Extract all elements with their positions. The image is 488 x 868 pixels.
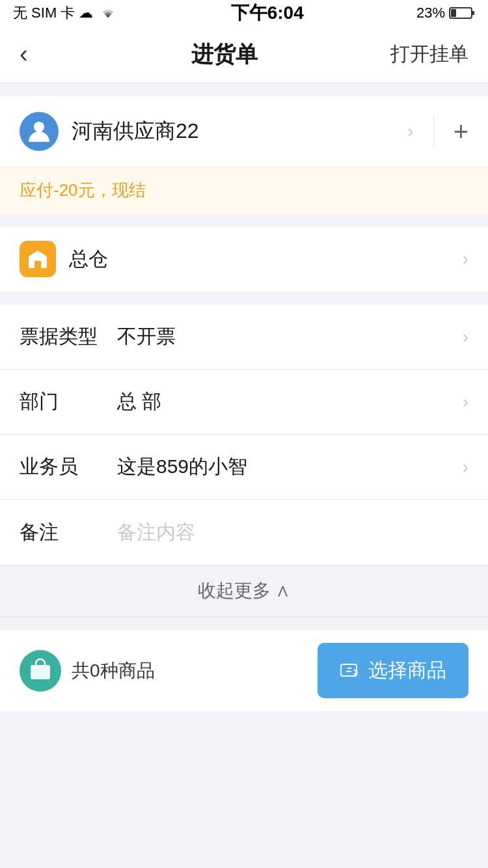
- supplier-name: 河南供应商22: [72, 117, 407, 146]
- warehouse-name: 总仓: [69, 246, 463, 273]
- invoice-type-label: 票据类型: [20, 323, 104, 350]
- person-icon: [26, 118, 52, 144]
- svg-point-3: [34, 122, 44, 132]
- invoice-type-value: 不开票: [104, 323, 463, 350]
- select-product-icon: [340, 660, 360, 681]
- warehouse-icon: [27, 248, 49, 270]
- warehouse-chevron-icon: ›: [463, 249, 468, 269]
- invoice-type-row[interactable]: 票据类型 不开票 ›: [0, 305, 488, 370]
- sim-label: 无 SIM 卡 ☁: [13, 3, 93, 23]
- svg-rect-5: [31, 665, 50, 679]
- status-left: 无 SIM 卡 ☁: [13, 3, 118, 23]
- add-supplier-button[interactable]: +: [454, 117, 468, 146]
- svg-rect-2: [451, 9, 456, 17]
- status-right: 23%: [416, 5, 475, 21]
- supplier-row[interactable]: 河南供应商22 › +: [0, 96, 488, 167]
- salesperson-label: 业务员: [20, 454, 104, 480]
- warehouse-icon-bg: [20, 241, 56, 277]
- back-button[interactable]: ‹: [20, 40, 59, 68]
- warehouse-row[interactable]: 总仓 ›: [0, 226, 488, 292]
- salesperson-chevron-icon: ›: [463, 457, 468, 478]
- nav-bar: ‹ 进货单 打开挂单: [0, 26, 488, 83]
- select-product-label: 选择商品: [368, 657, 446, 684]
- department-chevron-icon: ›: [463, 392, 468, 413]
- remark-label: 备注: [20, 519, 104, 546]
- bottom-product-bar: 共0种商品 选择商品: [0, 630, 488, 711]
- remark-row[interactable]: 备注 备注内容: [0, 500, 488, 565]
- gap-2: [0, 213, 488, 226]
- gap-3: [0, 292, 488, 305]
- supplier-divider: [433, 115, 434, 148]
- salesperson-value: 这是859的小智: [104, 454, 463, 480]
- open-pending-button[interactable]: 打开挂单: [390, 41, 468, 68]
- status-bar: 无 SIM 卡 ☁ 下午6:04 23%: [0, 0, 488, 26]
- product-icon-circle: [20, 650, 61, 692]
- remark-value: 备注内容: [104, 519, 468, 546]
- product-icon: [28, 658, 53, 683]
- battery-icon: [449, 6, 475, 20]
- product-count-area: 共0种商品: [20, 650, 155, 692]
- select-product-button[interactable]: 选择商品: [318, 643, 468, 698]
- form-section: 票据类型 不开票 › 部门 总 部 › 业务员 这是859的小智 › 备注 备注…: [0, 305, 488, 565]
- status-time: 下午6:04: [231, 1, 304, 25]
- supplier-avatar: [20, 112, 59, 151]
- gap-1: [0, 83, 488, 96]
- page-title: 进货单: [191, 40, 258, 70]
- product-count-text: 共0种商品: [72, 658, 155, 683]
- gap-4: [0, 617, 488, 630]
- svg-rect-4: [34, 261, 41, 268]
- salesperson-row[interactable]: 业务员 这是859的小智 ›: [0, 435, 488, 500]
- warehouse-section: 总仓 ›: [0, 226, 488, 292]
- supplier-section: 河南供应商22 › + 应付-20元，现结: [0, 96, 488, 213]
- invoice-type-chevron-icon: ›: [463, 327, 468, 347]
- collapse-toggle[interactable]: 收起更多 ∧: [0, 565, 488, 617]
- svg-rect-1: [472, 11, 474, 15]
- department-label: 部门: [20, 388, 104, 415]
- supplier-chevron-icon: ›: [407, 121, 413, 142]
- notice-banner: 应付-20元，现结: [0, 167, 488, 213]
- main-background: [0, 711, 488, 868]
- department-row[interactable]: 部门 总 部 ›: [0, 370, 488, 435]
- department-value: 总 部: [104, 388, 463, 415]
- battery-label: 23%: [416, 5, 445, 21]
- wifi-icon: [98, 6, 118, 20]
